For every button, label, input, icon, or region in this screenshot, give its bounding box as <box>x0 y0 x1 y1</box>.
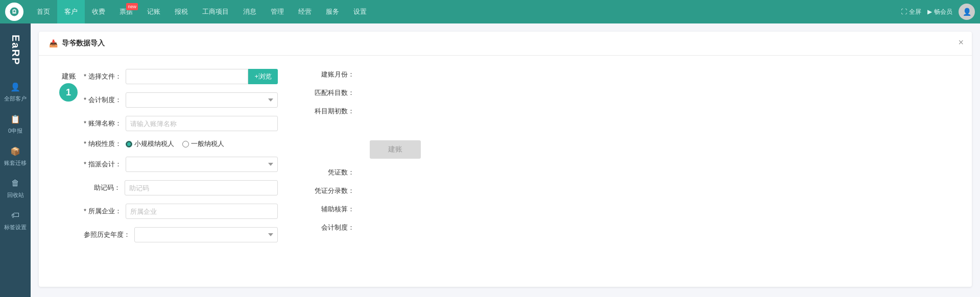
aux-accounting-label: 辅助核算： <box>308 205 354 214</box>
nav-management[interactable]: 管理 <box>264 0 291 23</box>
nav-right: ⛶ 全屏 ▶ 畅会员 👤 <box>901 4 975 20</box>
ledger-name-row: * 账簿名称： <box>84 116 278 131</box>
ledger-name-label: * 账簿名称： <box>84 119 122 128</box>
file-select-input[interactable] <box>126 69 249 84</box>
file-select-row: * 选择文件： +浏览 <box>84 69 278 84</box>
voucher-count-row: 凭证数： <box>308 168 951 177</box>
step-label: 建账 <box>61 72 76 81</box>
account-migration-icon: 📦 <box>9 145 21 157</box>
layout: EaRP 👤 全部客户 📋 0申报 📦 账套迁移 🗑 回收站 🏷 标签设置 📥 … <box>0 23 980 297</box>
sidebar-item-account-migration[interactable]: 📦 账套迁移 <box>0 141 31 171</box>
nav-message[interactable]: 消息 <box>236 0 264 23</box>
nav-customer[interactable]: 客户 <box>57 0 85 23</box>
voucher-count-label: 凭证数： <box>308 168 354 177</box>
general-taxpayer-radio[interactable] <box>182 141 189 147</box>
panel-header: 📥 导爷数据导入 <box>39 32 972 56</box>
tax-nature-radio-group: 小规模纳税人 一般纳税人 <box>126 139 278 148</box>
nav-invoice[interactable]: 票据 new <box>112 0 140 23</box>
ref-year-row: 参照历史年度： <box>84 227 278 242</box>
match-subject-row: 匹配科目数： <box>308 88 951 97</box>
recycle-bin-icon: 🗑 <box>9 177 21 189</box>
app-logo[interactable] <box>5 3 23 21</box>
subject-initial-label: 科目期初数： <box>308 107 354 116</box>
nav-business-project[interactable]: 工商项目 <box>195 0 236 23</box>
ledger-name-input[interactable] <box>126 116 278 131</box>
nav-items: 首页 客户 收费 票据 new 记账 报税 工商项目 消息 管理 经营 服务 设… <box>30 0 901 23</box>
memo-code-label: 助记码： <box>84 183 121 192</box>
small-scale-radio-label[interactable]: 小规模纳税人 <box>126 139 174 148</box>
avatar-icon: 👤 <box>963 8 971 16</box>
tax-nature-row: * 纳税性质： 小规模纳税人 一般纳税人 <box>84 139 278 148</box>
account-month-row: 建账月份： <box>308 70 951 79</box>
owner-company-label: * 所属企业： <box>84 207 122 216</box>
top-navigation: 首页 客户 收费 票据 new 记账 报税 工商项目 消息 管理 经营 服务 设… <box>0 0 980 23</box>
step-block: 建账 1 * 选择文件： +浏览 <box>59 66 278 242</box>
file-select-label: * 选择文件： <box>84 72 122 81</box>
sidebar-item-recycle-bin[interactable]: 🗑 回收站 <box>0 173 31 203</box>
member-button[interactable]: ▶ 畅会员 <box>927 8 952 16</box>
step-circle: 1 <box>59 83 78 102</box>
earp-label: EaRP <box>10 31 21 69</box>
accounting-system2-row: 会计制度： <box>308 223 951 232</box>
nav-settings[interactable]: 设置 <box>346 0 374 23</box>
fullscreen-button[interactable]: ⛶ 全屏 <box>901 8 921 16</box>
file-input-group: +浏览 <box>126 69 278 84</box>
sidebar: EaRP 👤 全部客户 📋 0申报 📦 账套迁移 🗑 回收站 🏷 标签设置 <box>0 23 31 297</box>
sidebar-item-zero-declaration[interactable]: 📋 0申报 <box>0 109 31 139</box>
assign-accountant-select[interactable] <box>126 157 278 172</box>
form-right: 建账月份： 匹配科目数： 科目期初数： 建账 <box>278 66 951 242</box>
nav-tax[interactable]: 报税 <box>168 0 195 23</box>
new-badge: new <box>126 3 138 10</box>
ref-year-label: 参照历史年度： <box>84 230 130 239</box>
ref-year-select[interactable] <box>134 227 278 242</box>
avatar[interactable]: 👤 <box>959 4 975 20</box>
owner-company-input[interactable] <box>126 204 278 219</box>
voucher-entries-label: 凭证分录数： <box>308 186 354 195</box>
zero-declaration-icon: 📋 <box>9 113 21 125</box>
right-panel-inner: 建账月份： 匹配科目数： 科目期初数： 建账 <box>308 70 951 232</box>
build-account-button[interactable]: 建账 <box>370 140 421 159</box>
small-scale-radio[interactable] <box>126 141 132 147</box>
form-container: 建账 1 * 选择文件： +浏览 <box>39 56 972 253</box>
play-icon: ▶ <box>927 8 932 15</box>
subject-initial-row: 科目期初数： <box>308 107 951 116</box>
browse-button[interactable]: +浏览 <box>248 69 278 84</box>
sidebar-item-all-customers[interactable]: 👤 全部客户 <box>0 77 31 107</box>
match-subject-label: 匹配科目数： <box>308 88 354 97</box>
fullscreen-icon: ⛶ <box>901 8 907 15</box>
nav-home[interactable]: 首页 <box>30 0 57 23</box>
main-content: 📥 导爷数据导入 × 建账 1 * 选择文件： <box>31 23 980 297</box>
nav-fees[interactable]: 收费 <box>85 0 112 23</box>
nav-operations[interactable]: 经营 <box>291 0 319 23</box>
owner-company-row: * 所属企业： <box>84 204 278 219</box>
aux-accounting-row: 辅助核算： <box>308 205 951 214</box>
panel-header-icon: 📥 <box>49 39 58 47</box>
memo-code-input[interactable] <box>125 180 278 195</box>
accounting-system-label: * 会计制度： <box>84 95 122 105</box>
all-customers-icon: 👤 <box>9 81 21 93</box>
nav-bookkeeping[interactable]: 记账 <box>140 0 168 23</box>
account-month-label: 建账月份： <box>308 70 354 79</box>
memo-code-row: 助记码： <box>84 180 278 195</box>
form-fields: * 选择文件： +浏览 * 会计制度： <box>84 66 278 242</box>
assign-accountant-label: * 指派会计： <box>84 160 122 169</box>
voucher-entries-row: 凭证分录数： <box>308 186 951 195</box>
import-panel: 📥 导爷数据导入 × 建账 1 * 选择文件： <box>39 32 972 287</box>
assign-accountant-row: * 指派会计： <box>84 157 278 172</box>
tax-nature-label: * 纳税性质： <box>84 139 122 148</box>
panel-title: 导爷数据导入 <box>62 39 105 48</box>
tag-settings-icon: 🏷 <box>9 209 21 221</box>
nav-service[interactable]: 服务 <box>319 0 346 23</box>
accounting-system2-label: 会计制度： <box>308 223 354 232</box>
sidebar-item-tag-settings[interactable]: 🏷 标签设置 <box>0 205 31 235</box>
svg-point-1 <box>13 10 15 12</box>
accounting-system-row: * 会计制度： <box>84 92 278 108</box>
accounting-system-select[interactable] <box>126 92 278 108</box>
close-button[interactable]: × <box>958 38 964 47</box>
general-taxpayer-radio-label[interactable]: 一般纳税人 <box>182 139 224 148</box>
